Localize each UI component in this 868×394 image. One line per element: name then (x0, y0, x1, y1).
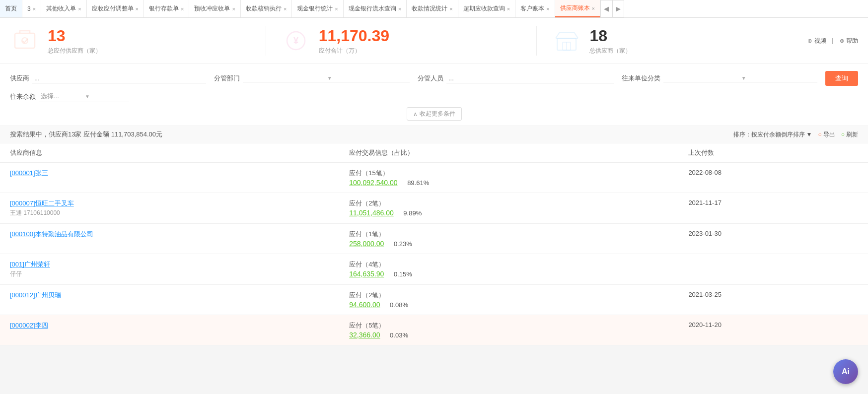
nav-tab-verify[interactable]: 收款核销执行 × (241, 0, 292, 17)
payable-icon: ¥ (281, 26, 311, 56)
supplier-name-link[interactable]: [000100]本特勤油品有限公司 (10, 230, 349, 239)
last-pay-date: 2021-11-17 (688, 199, 858, 206)
results-info: 搜索结果中，供应商13家 应付金额 111,703,854.00元 (10, 130, 162, 139)
data-table: 供应商信息 应付交易信息（占比） 上次付数 [000001]张三 应付（15笔）… (0, 143, 868, 345)
payable-label: 应付（1笔） (349, 230, 688, 239)
supplier-icon (10, 26, 40, 56)
nav-tab-suppbook[interactable]: 供应商账本 × (555, 0, 600, 17)
payable-pct: 0.08% (390, 301, 408, 309)
supplier-label: 总应付供应商（家） (48, 47, 101, 55)
close-icon[interactable]: × (78, 6, 81, 12)
payable-amount-link[interactable]: 11,051,486.00 (349, 209, 394, 217)
nav-tab-income[interactable]: 其他收入单 × (41, 0, 86, 17)
payable-amount-link[interactable]: 94,600.00 (349, 301, 380, 309)
export-button[interactable]: ○ 导出 (818, 131, 835, 139)
supplier-name-link[interactable]: [001]广州荣轩 (10, 260, 349, 269)
close-icon[interactable]: × (136, 6, 139, 12)
supplier-name-link[interactable]: [000012]广州贝瑞 (10, 291, 349, 300)
results-bar: 搜索结果中，供应商13家 应付金额 111,703,854.00元 排序：按应付… (0, 126, 868, 143)
separator: | (832, 37, 834, 44)
nav-tab-income-label: 其他收入单 (46, 4, 76, 13)
svg-rect-0 (15, 33, 35, 48)
filter-row-1: 供应商 分管部门 ▼ 分管人员 往来单位分类 ▼ 查询 (10, 71, 858, 86)
chevron-down-icon: ▼ (85, 94, 127, 99)
payable-info: 应付（4笔） 164,635.90 0.15% (349, 260, 688, 278)
payable-amount-link[interactable]: 100,092,540.00 (349, 179, 397, 187)
close-icon[interactable]: × (449, 6, 452, 12)
payable-amount-link[interactable]: 164,635.90 (349, 270, 384, 278)
payable-info: 应付（2笔） 94,600.00 0.08% (349, 291, 688, 309)
payable-pct: 0.23% (394, 240, 412, 248)
close-icon[interactable]: × (181, 6, 184, 12)
supplier-name-link[interactable]: [000007]恒旺二手叉车 (10, 199, 349, 208)
supplier-name-link[interactable]: [000001]张三 (10, 169, 349, 178)
payable-label: 应付（15笔） (349, 169, 688, 178)
payable-amount-link[interactable]: 258,000.00 (349, 240, 384, 248)
close-icon[interactable]: × (335, 6, 338, 12)
help-button[interactable]: ⊙ 帮助 (840, 37, 858, 45)
stat-block-total: 18 总供应商（家） (536, 26, 807, 56)
chevron-left-icon: ◀ (604, 5, 609, 12)
category-select[interactable]: ▼ (663, 74, 818, 82)
nav-tab-recstat-label: 收款情况统计 (412, 4, 447, 13)
chevron-right-icon: ▶ (616, 5, 621, 12)
refresh-icon: ○ (841, 131, 845, 138)
close-icon[interactable]: × (232, 6, 235, 12)
nav-tab-adjust[interactable]: 应收应付调整单 × (87, 0, 144, 17)
search-button[interactable]: 查询 (825, 71, 858, 86)
payable-amount-link[interactable]: 32,366.00 (349, 331, 380, 339)
stats-header: 13 总应付供应商（家） ¥ 11,170.39 应付合计（万） (0, 18, 868, 64)
last-pay-date: 2023-01-30 (688, 230, 858, 237)
nav-tab-overdue[interactable]: 超期应收款查询 × (458, 0, 515, 17)
payable-pct: 9.89% (403, 209, 422, 217)
table-row: [001]广州荣轩 仔仔 应付（4笔） 164,635.90 0.15% (0, 254, 868, 285)
nav-tab-home[interactable]: 首页 (0, 0, 22, 17)
payable-label: 应付（4笔） (349, 260, 688, 269)
results-actions: 排序：按应付余额倒序排序 ▼ ○ 导出 ○ 刷新 (733, 131, 858, 139)
nav-tab-3[interactable]: 3 × (22, 0, 41, 17)
help-icon: ⊙ (840, 37, 845, 44)
nav-tab-cashflow[interactable]: 现金银行流水查询 × (344, 0, 407, 17)
nav-tab-bank[interactable]: 银行存款单 × (144, 0, 189, 17)
payable-pct: 0.15% (394, 270, 412, 278)
dept-filter-label: 分管部门 (214, 74, 240, 83)
svg-text:¥: ¥ (293, 36, 298, 46)
chevron-down-icon: ▼ (327, 75, 408, 81)
close-icon[interactable]: × (398, 6, 401, 12)
nav-tab-adjust-label: 应收应付调整单 (92, 4, 134, 13)
video-button[interactable]: ⊙ 视频 (807, 37, 826, 45)
sort-button[interactable]: 排序：按应付余额倒序排序 ▼ (733, 131, 812, 139)
supplier-name-link[interactable]: [000002]李四 (10, 321, 349, 330)
category-filter-label: 往来单位分类 (622, 74, 660, 83)
nav-tab-3-label: 3 (27, 5, 31, 12)
stat-text-total: 18 总供应商（家） (589, 26, 631, 55)
dept-select[interactable]: ▼ (243, 74, 410, 82)
nav-tab-custbook[interactable]: 客户账本 × (515, 0, 555, 17)
nav-tab-precharge[interactable]: 预收冲应收单 × (189, 0, 240, 17)
nav-tab-recstat[interactable]: 收款情况统计 × (407, 0, 458, 17)
nav-next-button[interactable]: ▶ (612, 0, 624, 17)
close-icon[interactable]: × (284, 6, 287, 12)
supplier-info: [000002]李四 (10, 321, 349, 331)
nav-tab-custbook-label: 客户账本 (520, 4, 544, 13)
stat-text-payable: 11,170.39 应付合计（万） (319, 26, 389, 55)
export-icon: ○ (818, 131, 822, 138)
balance-select[interactable]: 选择... ▼ (39, 91, 129, 102)
collapse-button[interactable]: ∧ 收起更多条件 (407, 107, 462, 121)
close-icon[interactable]: × (507, 6, 510, 12)
table-row: [000100]本特勤油品有限公司 应付（1笔） 258,000.00 0.23… (0, 224, 868, 254)
close-icon[interactable]: × (592, 5, 595, 11)
nav-tab-suppbook-label: 供应商账本 (560, 4, 590, 12)
last-pay-date: 2021-03-25 (688, 291, 858, 298)
supplier-input[interactable] (32, 73, 206, 83)
payable-label: 应付（5笔） (349, 321, 688, 330)
video-icon: ⊙ (807, 37, 812, 44)
payable-pct: 89.61% (407, 179, 429, 187)
refresh-button[interactable]: ○ 刷新 (841, 131, 858, 139)
close-icon[interactable]: × (33, 6, 36, 12)
close-icon[interactable]: × (546, 6, 549, 12)
filter-area: 供应商 分管部门 ▼ 分管人员 往来单位分类 ▼ 查询 往来余额 选择 (0, 64, 868, 126)
nav-prev-button[interactable]: ◀ (600, 0, 612, 17)
nav-tab-cashstat[interactable]: 现金银行统计 × (292, 0, 343, 17)
person-input[interactable] (446, 73, 614, 83)
